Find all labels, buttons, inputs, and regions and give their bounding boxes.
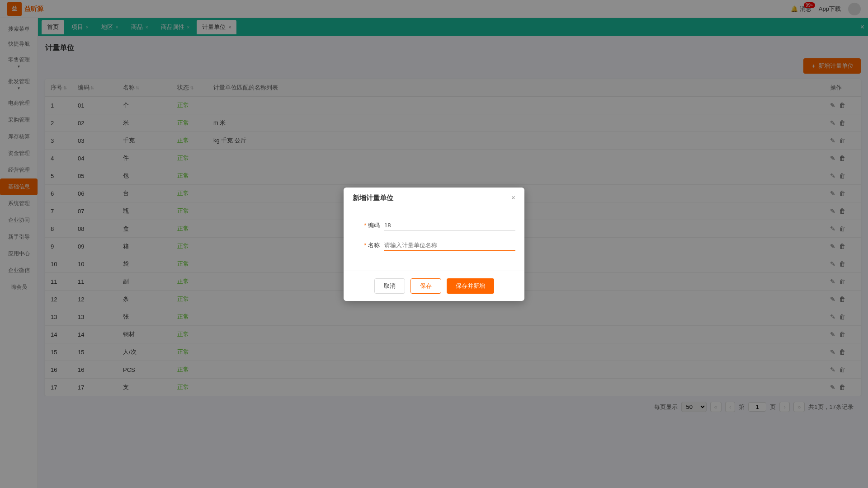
form-row-name: * 名称 xyxy=(353,240,515,251)
save-and-new-button[interactable]: 保存并新增 xyxy=(447,278,494,294)
app-container: 益 益昕源 🔔 99+ 消息 App下载 搜索菜单 快捷导航 零售管理 ▼ 批发… xyxy=(0,0,868,488)
modal-overlay: 新增计量单位 × * 编码 * 名称 xyxy=(0,0,868,488)
modal-dialog: 新增计量单位 × * 编码 * 名称 xyxy=(344,188,524,301)
code-input[interactable] xyxy=(384,220,515,231)
save-button[interactable]: 保存 xyxy=(410,278,441,294)
modal-body: * 编码 * 名称 xyxy=(344,209,524,271)
form-row-code: * 编码 xyxy=(353,220,515,231)
required-star-name: * xyxy=(364,242,366,249)
name-input[interactable] xyxy=(384,240,515,251)
modal-close-button[interactable]: × xyxy=(511,194,515,202)
required-star-code: * xyxy=(364,222,366,229)
modal-footer: 取消 保存 保存并新增 xyxy=(344,271,524,301)
cancel-button[interactable]: 取消 xyxy=(374,278,405,294)
form-code-label: * 编码 xyxy=(353,221,380,230)
form-name-label: * 名称 xyxy=(353,241,380,249)
modal-header: 新增计量单位 × xyxy=(344,188,524,209)
modal-title: 新增计量单位 xyxy=(353,194,393,202)
